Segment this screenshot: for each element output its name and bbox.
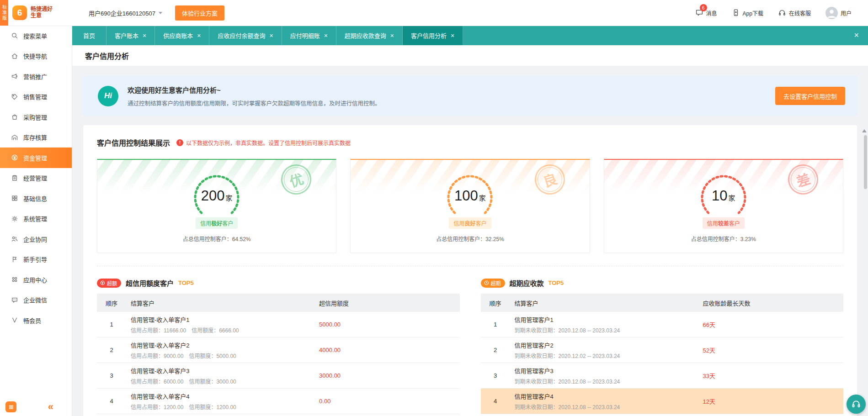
sidebar-item-funds[interactable]: 资金管理	[0, 147, 72, 168]
account-label: 用户690企业1660120507	[89, 9, 155, 17]
tab-customer-ledger[interactable]: 客户账本 ×	[107, 26, 155, 45]
sidebar-item-label: 应用中心	[23, 275, 47, 284]
sidebar-item-label: 搜索菜单	[23, 32, 47, 40]
table-row[interactable]: 5 信用管理-收入单客户5信用占用额：0.00 信用额度：1000.00 -10…	[97, 414, 460, 416]
credit-result-card: 客户信用控制结果展示 ! 以下数据仅为示例，非真实数据。设置了信用控制后可展示真…	[83, 125, 857, 416]
sidebar-item-collaboration[interactable]: 企业协同	[0, 229, 72, 249]
tab-close-icon[interactable]: ×	[269, 32, 273, 39]
customer-detail: 信用占用额：6000.00 信用额度：3000.00	[131, 377, 310, 385]
sidebar-item-guide[interactable]: 新手引导	[0, 249, 72, 270]
tab-ap-detail[interactable]: 应付明细账 ×	[282, 26, 336, 45]
table-header-row: 顺序 结算客户 超信用额度	[97, 294, 460, 312]
tab-ar-ap-balance[interactable]: 应收应付余额查询 ×	[209, 26, 282, 45]
sidebar-item-marketing[interactable]: 营销推广	[0, 66, 72, 87]
table-row-highlighted[interactable]: 4 信用管理客户4到期未收款日期：2020.12.08 -- 2023.03.2…	[481, 389, 844, 414]
overdue-badge: 超期	[481, 279, 505, 288]
table-row[interactable]: 3 信用管理-收入单客户3信用占用额：6000.00 信用额度：3000.00 …	[97, 363, 460, 389]
badge-post: 客户	[222, 221, 233, 227]
account-switcher[interactable]: 用户690企业1660120507	[89, 9, 162, 17]
sidebar-item-inventory[interactable]: 库存核算	[0, 127, 72, 148]
overdue-days-value: 12天	[698, 389, 843, 414]
customer-detail: 到期未收款日期：2020.12.02 -- 2023.03.24	[515, 352, 694, 359]
people-icon	[11, 235, 18, 242]
tab-close-icon[interactable]: ×	[324, 32, 328, 39]
sidebar-item-label: 销售管理	[23, 92, 47, 101]
sidebar-item-sales[interactable]: 销售管理	[0, 87, 72, 107]
sidebar-item-search[interactable]: 搜索菜单	[0, 26, 72, 46]
row-index: 4	[481, 389, 510, 414]
customer-cell: 信用管理-收入单客户5信用占用额：0.00 信用额度：1000.00	[126, 414, 314, 416]
industry-plan-button[interactable]: 体验行业方案	[175, 5, 224, 21]
sidebar-item-label: 企业协同	[23, 235, 47, 243]
customer-detail: 到期未收款日期：2020.12.08 -- 2023.03.24	[515, 403, 694, 411]
tab-label: 超期应收款查询	[345, 31, 386, 40]
col-header: 应收账龄最长天数	[698, 294, 843, 312]
customer-cell: 信用管理客户4到期未收款日期：2020.12.08 -- 2023.03.24	[510, 389, 698, 414]
over-limit-value: 5000.00	[314, 312, 459, 337]
footer-app-icon[interactable]	[5, 401, 16, 412]
setup-credit-control-button[interactable]: 去设置客户信用控制	[775, 87, 845, 105]
stat-caption: 占总信用控制客户：32.25%	[351, 235, 589, 242]
messages-item[interactable]: 6 消息	[695, 9, 717, 17]
megaphone-icon	[11, 73, 18, 80]
sidebar-item-base-info[interactable]: 基础信息	[0, 188, 72, 209]
scrollbar-thumb[interactable]	[864, 135, 867, 189]
customer-name: 信用管理-收入单客户1	[131, 315, 310, 324]
customer-name: 信用管理客户2	[515, 341, 694, 349]
gear-icon	[11, 215, 18, 222]
user-item[interactable]: 用户	[825, 7, 852, 19]
table-row[interactable]: 2 信用管理客户2到期未收款日期：2020.12.02 -- 2023.03.2…	[481, 337, 844, 363]
customer-name: 信用管理客户1	[515, 315, 694, 324]
topbar-right: 6 消息 App下载 在线客服 用户	[695, 7, 868, 19]
tab-close-icon[interactable]: ×	[143, 32, 146, 39]
headset-icon	[851, 399, 861, 409]
overdue-days-value: 66天	[698, 312, 843, 337]
sidebar-item-system[interactable]: 系统管理	[0, 209, 72, 229]
tab-home[interactable]: 首页	[72, 26, 107, 45]
row-index: 1	[97, 312, 126, 337]
tab-overdue-ar-query[interactable]: 超期应收款查询 ×	[336, 26, 403, 45]
notice-text: 以下数据仅为示例，非真实数据。设置了信用控制后可展示真实数据	[186, 139, 351, 147]
customer-cell: 信用管理客户5到期未收款日期：2020.12.08 -- 2023.03.24	[510, 414, 698, 416]
table-row[interactable]: 2 信用管理-收入单客户2信用占用额：9000.00 信用额度：5000.00 …	[97, 337, 460, 363]
section-head: 客户信用控制结果展示 ! 以下数据仅为示例，非真实数据。设置了信用控制后可展示真…	[97, 137, 843, 148]
tab-customer-credit-analysis[interactable]: 客户信用分析 ×	[403, 26, 463, 45]
online-support-item[interactable]: 在线客服	[778, 9, 811, 17]
collapse-sidebar-icon[interactable]: «	[48, 402, 53, 412]
table-row[interactable]: 4 信用管理-收入单客户4信用占用额：1200.00 信用额度：1200.00 …	[97, 389, 460, 414]
tab-close-icon[interactable]: ×	[390, 32, 394, 39]
brand-name: 畅捷通好生意	[31, 6, 56, 19]
sidebar-item-purchase[interactable]: 采购管理	[0, 107, 72, 127]
table-row[interactable]: 1 信用管理-收入单客户1信用占用额：11666.00 信用额度：6666.00…	[97, 312, 460, 337]
close-all-tabs-icon[interactable]: ×	[845, 26, 868, 45]
table-row[interactable]: 3 信用管理客户3到期未收款日期：2020.12.08 -- 2023.03.2…	[481, 363, 844, 389]
row-index: 2	[97, 337, 126, 363]
clock-icon	[484, 280, 489, 285]
scroll-up-arrow-icon[interactable]	[862, 129, 867, 132]
section-title: 客户信用控制结果展示	[97, 137, 170, 148]
over-limit-value: 4000.00	[314, 337, 459, 363]
sidebar-item-wechat[interactable]: 企业微信	[0, 290, 72, 311]
tab-close-icon[interactable]: ×	[197, 32, 201, 39]
message-count-badge: 6	[700, 4, 707, 11]
sidebar-item-app-center[interactable]: 应用中心	[0, 269, 72, 290]
customer-cell: 信用管理-收入单客户4信用占用额：1200.00 信用额度：1200.00	[126, 389, 314, 414]
app-download-item[interactable]: App下载	[732, 9, 763, 17]
v-member-icon	[11, 316, 18, 324]
sidebar-item-member[interactable]: 畅会员	[0, 310, 72, 331]
sidebar-item-quick-nav[interactable]: 快捷导航	[0, 46, 72, 67]
sidebar-item-operations[interactable]: 经营管理	[0, 168, 72, 189]
tab-close-icon[interactable]: ×	[451, 32, 454, 39]
tab-supplier-ledger[interactable]: 供应商账本 ×	[155, 26, 209, 45]
clipboard-icon	[11, 174, 18, 182]
overdue-days-value: 33天	[698, 363, 843, 389]
sidebar-item-label: 企业微信	[23, 295, 47, 304]
table-row[interactable]: 5 信用管理客户5到期未收款日期：2020.12.08 -- 2023.03.2…	[481, 414, 844, 416]
overlimit-customers-table: 超额 超信用额度客户 TOP5 顺序 结算客户 超信用额度 1	[97, 278, 460, 416]
sidebar-item-label: 畅会员	[23, 316, 41, 325]
badge-em: 较差	[718, 221, 729, 227]
support-float-button[interactable]	[847, 395, 866, 414]
chevron-down-icon	[159, 12, 162, 14]
credit-gauge-good: 100家	[443, 171, 497, 219]
table-row[interactable]: 1 信用管理客户1到期未收款日期：2020.12.08 -- 2023.03.2…	[481, 312, 844, 337]
